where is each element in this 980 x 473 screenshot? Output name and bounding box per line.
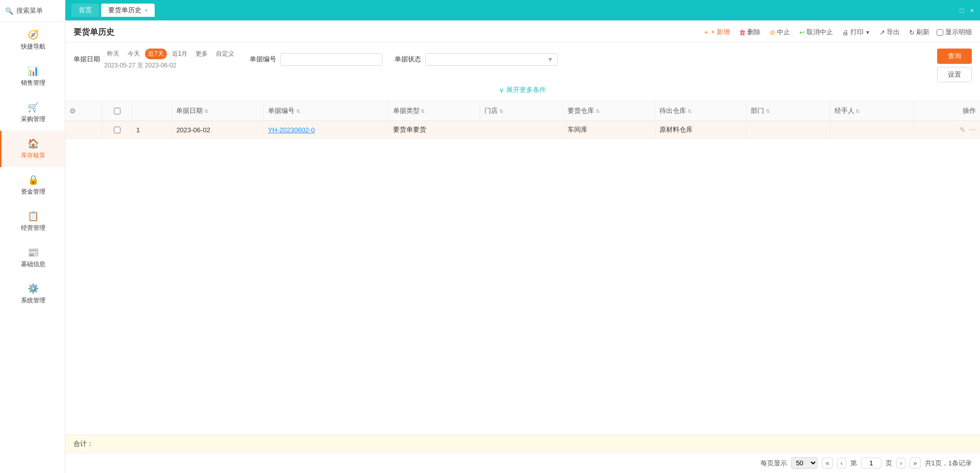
col-warehouse-header[interactable]: 要货仓库: [564, 101, 655, 121]
row-no-0: 1: [132, 121, 172, 139]
sidebar-item-purchase[interactable]: 🛒 采购管理: [0, 94, 65, 131]
sidebar-item-operations[interactable]: 📋 经营管理: [0, 203, 65, 240]
docstatus-arrow-icon: ▼: [547, 56, 554, 63]
row-warehouse-0: 车间库: [564, 121, 655, 139]
content: 要货单历史 ＋ + 新增 🗑 删除 ⊘ 中止 ↩ 取消中止: [65, 20, 980, 473]
purchase-icon: 🛒: [28, 102, 39, 113]
sidebar-item-finance[interactable]: 🔒 资金管理: [0, 167, 65, 203]
date-filter-label: 单据日期: [74, 55, 100, 64]
new-button[interactable]: ＋ + 新增: [701, 27, 732, 38]
print-button[interactable]: 🖨 打印 ▼: [840, 27, 872, 38]
refresh-button[interactable]: ↻ 刷新: [907, 27, 932, 38]
operations-label: 经营管理: [21, 224, 45, 232]
row-type-0: 要货单要货: [388, 121, 480, 139]
sidebar-item-system[interactable]: ⚙️ 系统管理: [0, 276, 65, 312]
col-date-header[interactable]: 单据日期: [172, 101, 264, 121]
date-option-yesterday[interactable]: 昨天: [104, 49, 122, 59]
sales-label: 销售管理: [21, 79, 45, 87]
export-button[interactable]: ↗ 导出: [877, 27, 902, 38]
window-restore-btn[interactable]: □: [960, 7, 964, 14]
date-option-custom[interactable]: 自定义: [213, 49, 237, 59]
top-bar-right: □ ×: [960, 7, 974, 14]
docstatus-filter-select[interactable]: ▼: [425, 53, 558, 66]
date-option-more[interactable]: 更多: [192, 49, 211, 59]
display-detail-toggle[interactable]: 显示明细: [937, 28, 972, 37]
sidebar-item-inventory[interactable]: 🏠 库存核算: [0, 131, 65, 167]
last-page-button[interactable]: »: [910, 458, 920, 468]
row-checkbox-0[interactable]: [114, 127, 120, 133]
next-page-button[interactable]: ›: [896, 458, 905, 468]
sales-icon: 📊: [28, 65, 39, 77]
filter-area: 单据日期 昨天 今天 近7天 近1月 更多 自定义 2023-05-27 至 2…: [65, 42, 980, 101]
row-op-0: ✎ ⋯: [913, 121, 980, 139]
search-icon: 🔍: [5, 7, 13, 15]
quick-nav-label: 快捷导航: [21, 42, 45, 51]
col-pending-header[interactable]: 待出仓库: [655, 101, 747, 121]
footer-sum: 合计：: [65, 435, 980, 453]
docno-filter-label: 单据编号: [250, 55, 276, 64]
select-all-checkbox[interactable]: [114, 108, 120, 114]
query-button[interactable]: 查询: [937, 49, 972, 64]
system-label: 系统管理: [21, 296, 45, 305]
tab-requisition-history-close[interactable]: ×: [144, 7, 148, 13]
sidebar-item-quick-nav[interactable]: 🧭 快捷导航: [0, 22, 65, 58]
system-icon: ⚙️: [28, 283, 39, 294]
col-dept-header[interactable]: 部门: [747, 101, 830, 121]
col-num-header[interactable]: 单据编号: [263, 101, 388, 121]
quick-nav-icon: 🧭: [28, 29, 39, 40]
sidebar-item-sales[interactable]: 📊 销售管理: [0, 58, 65, 94]
sidebar-item-basic-info[interactable]: 📰 基础信息: [0, 240, 65, 276]
row-pending-0: 原材料仓库: [655, 121, 747, 139]
sum-label: 合计：: [74, 440, 93, 447]
col-handler-header[interactable]: 经手人: [830, 101, 913, 121]
main-area: 首页要货单历史× □ × 要货单历史 ＋ + 新增 🗑 删除 ⊘ 中止: [65, 0, 980, 473]
tab-requisition-history-label: 要货单历史: [108, 6, 141, 15]
row-dept-0: [747, 121, 830, 139]
stop-button[interactable]: ⊘ 中止: [768, 27, 792, 38]
window-close-btn[interactable]: ×: [970, 7, 974, 14]
top-bar: 首页要货单历史× □ ×: [65, 0, 980, 20]
first-page-button[interactable]: «: [822, 458, 832, 468]
row-store-0: [480, 121, 564, 139]
inventory-icon: 🏠: [28, 138, 39, 149]
row-edit-icon-0[interactable]: ✎: [960, 126, 966, 134]
date-option-7days[interactable]: 近7天: [145, 49, 167, 59]
export-icon: ↗: [879, 29, 885, 36]
filter-actions: 查询 设置: [937, 49, 972, 82]
display-detail-checkbox[interactable]: [937, 29, 943, 36]
per-page-select[interactable]: 102050100: [791, 457, 818, 469]
print-dropdown-icon: ▼: [865, 30, 870, 35]
tab-requisition-history[interactable]: 要货单历史×: [101, 4, 155, 17]
date-option-1month[interactable]: 近1月: [169, 49, 191, 59]
cancel-stop-button[interactable]: ↩ 取消中止: [797, 27, 835, 38]
print-icon: 🖨: [842, 29, 849, 36]
expand-more-button[interactable]: ∨ 展开更多条件: [74, 82, 972, 94]
table-container: ⚙ 单据日期 单据编号 单据类型 门店 要货仓库 待出仓库: [65, 101, 980, 435]
delete-button[interactable]: 🗑 删除: [737, 27, 763, 38]
setting-button[interactable]: 设置: [937, 67, 972, 82]
column-settings-icon[interactable]: ⚙: [69, 107, 76, 115]
date-filter-group: 单据日期 昨天 今天 近7天 近1月 更多 自定义 2023-05-27 至 2…: [74, 49, 237, 70]
page-number-input[interactable]: [861, 458, 881, 468]
pagination: 每页显示 102050100 « ‹ 第 页 › » 共1页，1条记录: [65, 453, 980, 473]
finance-icon: 🔒: [28, 174, 39, 185]
tab-home[interactable]: 首页: [71, 4, 99, 17]
docno-filter-group: 单据编号: [250, 53, 382, 66]
row-date-0: 2023-06-02: [172, 121, 264, 139]
date-options: 昨天 今天 近7天 近1月 更多 自定义: [104, 49, 237, 59]
col-type-header[interactable]: 单据类型: [388, 101, 480, 121]
delete-icon: 🗑: [739, 29, 746, 36]
sidebar-search[interactable]: 🔍 搜索菜单: [0, 0, 65, 22]
page-header: 要货单历史 ＋ + 新增 🗑 删除 ⊘ 中止 ↩ 取消中止: [65, 20, 980, 42]
row-more-icon-0[interactable]: ⋯: [969, 126, 976, 134]
expand-icon: ∨: [499, 86, 504, 94]
tab-home-label: 首页: [79, 6, 92, 15]
date-option-today[interactable]: 今天: [125, 49, 143, 59]
docno-filter-input[interactable]: [280, 53, 382, 66]
basic-info-label: 基础信息: [21, 260, 45, 269]
page-unit: 页: [886, 459, 892, 468]
table-row: 1 2023-06-02 YH-20230602-0 要货单要货 车间库 原材料…: [65, 121, 980, 139]
prev-page-button[interactable]: ‹: [837, 458, 846, 468]
row-num-0: YH-20230602-0: [263, 121, 388, 139]
col-store-header[interactable]: 门店: [480, 101, 564, 121]
